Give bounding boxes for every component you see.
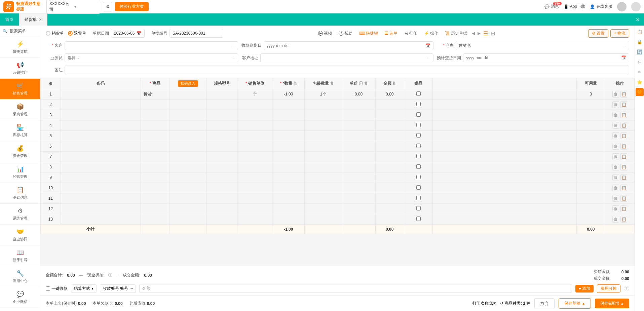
save-draft-button[interactable]: 保存草稿 ▲ (559, 298, 591, 309)
row-product[interactable] (141, 193, 169, 204)
row-price[interactable] (342, 131, 375, 141)
row-amount[interactable] (375, 131, 404, 141)
row-pack-qty[interactable] (304, 204, 342, 214)
row-pack-qty[interactable] (304, 162, 342, 172)
total-owed-info[interactable]: ⓘ (110, 301, 113, 306)
row-barcode[interactable] (61, 120, 141, 131)
avatar[interactable] (617, 2, 627, 11)
row-price[interactable] (342, 120, 375, 131)
delete-row-icon[interactable]: 🗑 (612, 91, 619, 98)
delete-row-icon[interactable]: 🗑 (612, 185, 619, 191)
row-unit[interactable] (237, 204, 272, 214)
amount-input[interactable] (142, 286, 569, 291)
row-barcode[interactable] (61, 172, 141, 183)
row-quantity[interactable] (272, 214, 304, 225)
row-spec[interactable] (206, 193, 237, 204)
row-amount[interactable]: 0.00 (375, 89, 404, 100)
row-barcode[interactable] (61, 110, 141, 120)
history-button[interactable]: 📜 历史单据 (443, 30, 469, 37)
row-product[interactable] (141, 100, 169, 110)
row-quantity[interactable] (272, 204, 304, 214)
payment-date-input[interactable]: 📅 (264, 41, 434, 50)
rp-active-icon[interactable]: 🧡 (636, 88, 644, 96)
row-barcode[interactable] (61, 152, 141, 162)
row-product[interactable] (141, 204, 169, 214)
row-spec[interactable] (206, 100, 237, 110)
row-barcode[interactable] (61, 100, 141, 110)
delete-row-icon[interactable]: 🗑 (612, 205, 619, 212)
copy-row-icon[interactable]: 📋 (620, 174, 627, 181)
row-unit[interactable] (237, 152, 272, 162)
rp-note-icon[interactable]: 📋 (636, 28, 644, 36)
row-price[interactable] (342, 110, 375, 120)
row-quantity[interactable] (272, 193, 304, 204)
row-gift[interactable] (404, 193, 433, 204)
row-product[interactable] (141, 141, 169, 152)
row-barcode[interactable] (61, 214, 141, 225)
customer-text-input[interactable] (68, 43, 232, 48)
row-amount[interactable] (375, 152, 404, 162)
copy-row-icon[interactable]: 📋 (620, 101, 627, 108)
delete-row-icon[interactable]: 🗑 (612, 122, 619, 129)
row-quantity[interactable] (272, 152, 304, 162)
row-unit[interactable] (237, 183, 272, 193)
row-pack-qty[interactable] (304, 152, 342, 162)
nav-next-icon[interactable]: ▶ (478, 31, 481, 36)
sidebar-item-sales[interactable]: 🛒 销售管理 (0, 79, 40, 100)
row-unit[interactable] (237, 100, 272, 110)
fees-split-button[interactable]: 费用分摊 (597, 284, 620, 293)
logistics-button[interactable]: + 物流 (610, 29, 629, 38)
close-tab-icon[interactable]: ✕ (39, 17, 42, 22)
one-click-payment-check[interactable] (46, 286, 50, 291)
row-barcode[interactable] (61, 204, 141, 214)
rp-lock-icon[interactable]: 🔒 (636, 38, 644, 46)
customer-address-text-input[interactable] (263, 55, 427, 60)
row-gift[interactable] (404, 152, 433, 162)
row-unit[interactable] (237, 172, 272, 183)
warehouse-more-icon[interactable]: ··· (623, 43, 626, 48)
print-button[interactable]: 🖨 打印 (402, 30, 419, 37)
customer-address-input[interactable]: ··· (260, 53, 434, 62)
rp-refresh-icon[interactable]: 🔄 (636, 48, 644, 56)
customer-more-icon[interactable]: ··· (232, 43, 235, 48)
salesperson-text-input[interactable] (68, 55, 232, 60)
row-quantity[interactable] (272, 110, 304, 120)
delete-row-icon[interactable]: 🗑 (612, 195, 619, 202)
nav-prev-icon[interactable]: ◀ (472, 31, 475, 36)
row-product[interactable] (141, 110, 169, 120)
document-number-input[interactable]: SA-20230606-001 (169, 29, 223, 38)
sidebar-item-system[interactable]: ⚙ 系统管理 (0, 204, 40, 225)
sidebar-item-quick-nav[interactable]: ⚡ 快捷导航 (0, 37, 40, 58)
row-price[interactable] (342, 204, 375, 214)
abandon-button[interactable]: 放弃 (534, 298, 555, 309)
save-new-button[interactable]: 保存&新增 ▲ (595, 299, 629, 308)
row-product[interactable] (141, 120, 169, 131)
row-quantity[interactable] (272, 100, 304, 110)
row-unit[interactable] (237, 120, 272, 131)
row-quantity[interactable] (272, 120, 304, 131)
row-quantity[interactable] (272, 172, 304, 183)
rp-star-icon[interactable]: ⭐ (636, 78, 644, 86)
row-unit[interactable] (237, 141, 272, 152)
row-price[interactable] (342, 100, 375, 110)
row-spec[interactable] (206, 120, 237, 131)
row-price[interactable] (342, 152, 375, 162)
copy-row-icon[interactable]: 📋 (620, 195, 627, 202)
scan-button[interactable]: 扫码录入 (178, 80, 198, 87)
salesperson-input[interactable]: ··· (65, 53, 238, 62)
row-barcode[interactable] (61, 89, 141, 100)
sidebar-item-inventory[interactable]: 🏪 库存核算 (0, 120, 40, 141)
row-unit[interactable] (237, 193, 272, 204)
row-amount[interactable] (375, 214, 404, 225)
row-unit[interactable] (237, 110, 272, 120)
delete-row-icon[interactable]: 🗑 (612, 153, 619, 160)
shortcut-button[interactable]: ⌨ 快捷键 (357, 30, 380, 37)
settings-button[interactable]: ⚙ 设置 (588, 29, 608, 38)
row-spec[interactable] (206, 172, 237, 183)
row-amount[interactable] (375, 100, 404, 110)
payment-date-calendar-icon[interactable]: 📅 (425, 43, 430, 48)
salesperson-more-icon[interactable]: ··· (232, 55, 235, 60)
delete-row-icon[interactable]: 🗑 (612, 174, 619, 181)
row-price[interactable] (342, 162, 375, 172)
close-all-tabs-button[interactable]: ✕ (632, 13, 644, 26)
